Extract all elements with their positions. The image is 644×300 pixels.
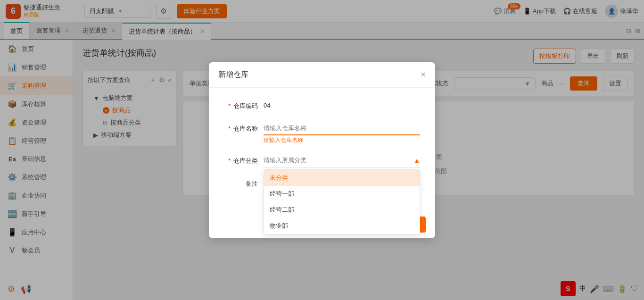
warehouse-code-label-text: 仓库编码 (233, 102, 258, 109)
dropdown-label-ops1: 经营一部 (270, 190, 294, 197)
warehouse-name-field: 请输入仓库名称 (264, 122, 420, 144)
remark-label-text: 备注 (246, 180, 258, 187)
category-dropdown-trigger[interactable]: ▲ (264, 154, 420, 167)
warehouse-category-input[interactable] (264, 157, 413, 164)
dropdown-label-unclassified: 未分类 (270, 174, 288, 181)
warehouse-category-label: 仓库分类 (224, 154, 258, 165)
warehouse-name-error: 请输入仓库名称 (264, 136, 420, 144)
modal-new-warehouse: 新增仓库 × 仓库编码 仓库名称 请输入仓库名称 (209, 62, 435, 238)
warehouse-code-input[interactable] (264, 99, 420, 112)
chevron-up-icon: ▲ (413, 157, 420, 164)
warehouse-name-label: 仓库名称 (224, 122, 258, 133)
dropdown-item-property[interactable]: 物业部 (264, 218, 420, 234)
dropdown-label-property: 物业部 (270, 222, 288, 229)
modal-close-button[interactable]: × (421, 70, 426, 80)
warehouse-name-input[interactable] (264, 122, 420, 135)
form-row-code: 仓库编码 (224, 99, 420, 112)
form-row-name: 仓库名称 请输入仓库名称 (224, 122, 420, 144)
modal-overlay[interactable]: 新增仓库 × 仓库编码 仓库名称 请输入仓库名称 (0, 0, 644, 300)
category-dropdown-list: 未分类 经营一部 经营二部 物业部 (264, 169, 420, 234)
dropdown-item-unclassified[interactable]: 未分类 (264, 170, 420, 186)
dropdown-item-ops2[interactable]: 经营二部 (264, 202, 420, 218)
warehouse-code-field (264, 99, 420, 112)
dropdown-label-ops2: 经营二部 (270, 206, 294, 213)
warehouse-category-label-text: 仓库分类 (233, 157, 258, 164)
remark-label: 备注 (224, 177, 258, 188)
dropdown-item-ops1[interactable]: 经营一部 (264, 186, 420, 202)
warehouse-code-label: 仓库编码 (224, 99, 258, 110)
modal-body: 仓库编码 仓库名称 请输入仓库名称 仓库分类 (209, 88, 435, 211)
warehouse-category-field: ▲ 未分类 经营一部 经营二部 物业部 (264, 154, 420, 167)
modal-header: 新增仓库 × (209, 62, 435, 88)
modal-title: 新增仓库 (218, 70, 248, 80)
form-row-category: 仓库分类 ▲ 未分类 经营一部 经 (224, 154, 420, 167)
warehouse-name-label-text: 仓库名称 (233, 125, 258, 132)
